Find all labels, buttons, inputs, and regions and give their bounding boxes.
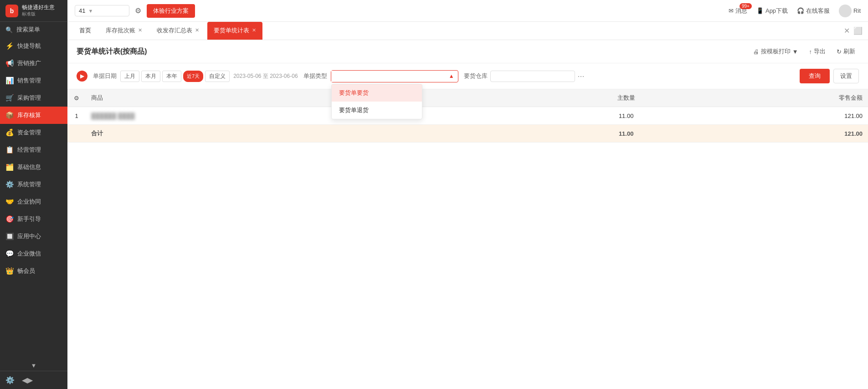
- sidebar-scroll-down[interactable]: ▼: [0, 360, 67, 371]
- service-icon: 🎧: [797, 7, 804, 14]
- date-btn-prev-month[interactable]: 上月: [120, 71, 139, 82]
- export-icon: ↑: [809, 48, 812, 55]
- sidebar-item-label-finance: 资金管理: [17, 128, 41, 137]
- user-avatar[interactable]: Rit: [839, 5, 861, 17]
- appstore-icon: 🔲: [5, 232, 14, 241]
- tab-recv-send-label: 收发存汇总表: [157, 26, 192, 35]
- date-btn-this-month[interactable]: 本月: [141, 71, 160, 82]
- print-btn[interactable]: 🖨 按模板打印 ▼: [750, 46, 802, 57]
- dropdown-item-order-ret[interactable]: 要货单退货: [332, 102, 422, 119]
- sidebar-item-sales[interactable]: 📊 销售管理: [0, 72, 67, 89]
- sidebar-toggle-icon[interactable]: ◀▶: [22, 376, 33, 384]
- sidebar: b 畅捷通好生意 标准版 🔍 搜索菜单 ⚡ 快捷导航 📢 营销推广 📊 销售管理…: [0, 0, 67, 389]
- tab-order-stat-label: 要货单统计表: [214, 26, 249, 35]
- warehouse-filter-group: 要货仓库 ···: [464, 71, 585, 82]
- sidebar-item-guide[interactable]: 🎯 新手引导: [0, 210, 67, 228]
- sidebar-item-purchase[interactable]: 🛒 采购管理: [0, 89, 67, 107]
- page-title: 要货单统计表(按商品): [77, 47, 147, 56]
- type-filter-input[interactable]: [331, 71, 445, 82]
- sidebar-logo: b 畅捷通好生意 标准版: [0, 0, 67, 22]
- sidebar-item-label-wechat: 企业微信: [17, 250, 41, 258]
- tab-recv-send-close-icon[interactable]: ✕: [195, 27, 199, 33]
- date-btn-this-year[interactable]: 本年: [162, 71, 181, 82]
- member-icon: 👑: [5, 267, 14, 275]
- filter-bar: ▶ 单据日期 上月 本月 本年 近7天 自定义 2023-05-06 至 202…: [67, 63, 868, 89]
- tab-recv-send[interactable]: 收发存汇总表 ✕: [150, 22, 205, 40]
- sidebar-item-label-cooperation: 企业协同: [17, 198, 41, 206]
- tab-batch-account-close-icon[interactable]: ✕: [138, 27, 142, 33]
- sidebar-item-inventory[interactable]: 📦 库存核算: [0, 107, 67, 124]
- table-header-row: ⚙ 商品 主计量单位 主数量 零售金额: [67, 89, 868, 107]
- filter-expand-btn[interactable]: ▶: [77, 71, 87, 82]
- query-btn[interactable]: 查询: [800, 69, 830, 83]
- date-filter-group: 单据日期 上月 本月 本年 近7天 自定义 2023-05-06 至 2023-…: [93, 71, 298, 82]
- settings-icon[interactable]: ⚙️: [5, 376, 15, 384]
- sidebar-item-system[interactable]: ⚙️ 系统管理: [0, 176, 67, 193]
- system-icon: ⚙️: [5, 180, 14, 189]
- export-label: 导出: [814, 47, 826, 56]
- sidebar-item-member[interactable]: 👑 畅会员: [0, 262, 67, 280]
- industry-btn[interactable]: 体验行业方案: [147, 4, 195, 18]
- export-btn[interactable]: ↑ 导出: [806, 46, 830, 57]
- col-main-qty: 主数量: [555, 89, 697, 107]
- message-icon: ✉: [729, 7, 734, 14]
- sidebar-item-label-member: 畅会员: [17, 267, 35, 275]
- tab-order-stat-close-icon[interactable]: ✕: [252, 27, 256, 33]
- sidebar-item-quick-nav[interactable]: ⚡ 快捷导航: [0, 37, 67, 55]
- purchase-icon: 🛒: [5, 94, 14, 102]
- sidebar-item-label-sales: 销售管理: [17, 77, 41, 85]
- sidebar-item-label-guide: 新手引导: [17, 215, 41, 223]
- refresh-label: 刷新: [843, 47, 855, 56]
- sidebar-item-label-operations: 经营管理: [17, 146, 41, 154]
- avatar-img: [839, 5, 852, 17]
- sidebar-item-appstore[interactable]: 🔲 应用中心: [0, 228, 67, 245]
- settings-btn[interactable]: 设置: [833, 69, 859, 83]
- sidebar-search-item[interactable]: 🔍 搜索菜单: [0, 22, 67, 37]
- sidebar-item-label-quick-nav: 快捷导航: [17, 42, 41, 50]
- cooperation-icon: 🤝: [5, 198, 14, 206]
- dropdown-item-order-req[interactable]: 要货单要货: [332, 84, 422, 102]
- col-product: 商品: [86, 89, 355, 107]
- table-footer-row: 合计 11.00 121.00: [67, 125, 868, 143]
- sidebar-item-finance[interactable]: 💰 资金管理: [0, 124, 67, 141]
- branch-value: 41: [79, 7, 85, 14]
- topbar-gear-icon[interactable]: ⚙: [135, 6, 141, 15]
- sidebar-item-label-marketing: 营销推广: [17, 59, 41, 67]
- sidebar-item-marketing[interactable]: 📢 营销推广: [0, 55, 67, 72]
- tab-batch-account[interactable]: 库存批次账 ✕: [99, 22, 149, 40]
- warehouse-filter-input[interactable]: [494, 73, 571, 80]
- sidebar-item-base[interactable]: 🗂️ 基础信息: [0, 159, 67, 176]
- date-btn-custom[interactable]: 自定义: [205, 71, 230, 82]
- marketing-icon: 📢: [5, 59, 14, 67]
- sidebar-item-wechat[interactable]: 💬 企业微信: [0, 245, 67, 262]
- online-service-btn[interactable]: 🎧 在线客服: [797, 7, 830, 15]
- tabbar-actions: ✕ ⬜: [844, 26, 863, 35]
- tab-order-stat[interactable]: 要货单统计表 ✕: [207, 22, 262, 40]
- page-inner: 要货单统计表(按商品) 🖨 按模板打印 ▼ ↑ 导出 ↻ 刷新: [67, 40, 868, 389]
- print-label: 按模板打印: [761, 47, 791, 56]
- user-name: Rit: [853, 7, 861, 14]
- branch-chevron-down-icon: ▼: [88, 8, 93, 14]
- filter-more-icon[interactable]: ···: [578, 72, 585, 80]
- date-filter-label: 单据日期: [93, 72, 117, 80]
- refresh-btn[interactable]: ↻ 刷新: [833, 46, 859, 57]
- type-filter-chevron-up-icon[interactable]: ▲: [445, 71, 458, 82]
- date-btn-7days[interactable]: 近7天: [183, 71, 203, 82]
- tab-restore-icon[interactable]: ⬜: [853, 26, 863, 35]
- sidebar-item-cooperation[interactable]: 🤝 企业协同: [0, 193, 67, 210]
- page-actions: 🖨 按模板打印 ▼ ↑ 导出 ↻ 刷新: [750, 46, 859, 57]
- tab-home[interactable]: 首页: [73, 22, 98, 40]
- warehouse-filter-input-wrapper: [490, 71, 575, 82]
- logo-icon: b: [5, 5, 18, 17]
- app-download-btn[interactable]: 📱 App下载: [756, 7, 788, 15]
- tab-batch-account-label: 库存批次账: [106, 26, 135, 35]
- tab-close-all-icon[interactable]: ✕: [844, 26, 850, 35]
- messages-btn[interactable]: ✉ 消息 99+: [729, 7, 747, 15]
- branch-selector[interactable]: 41 ▼: [75, 5, 129, 16]
- col-settings[interactable]: ⚙: [67, 89, 86, 107]
- refresh-icon: ↻: [837, 48, 842, 55]
- finance-icon: 💰: [5, 128, 14, 137]
- sidebar-item-operations[interactable]: 📋 经营管理: [0, 141, 67, 159]
- base-icon: 🗂️: [5, 163, 14, 171]
- row-retail-amt: 121.00: [697, 107, 868, 125]
